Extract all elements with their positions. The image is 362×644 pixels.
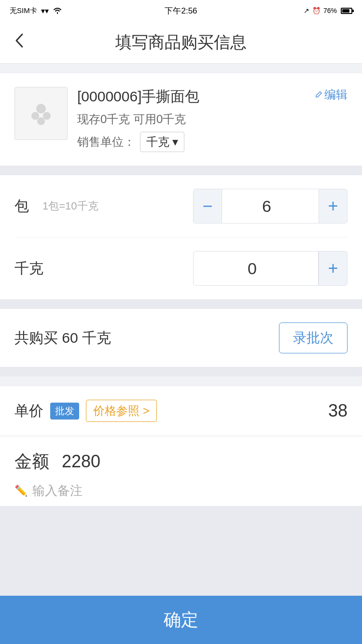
svg-point-0 (36, 104, 46, 113)
total-row: 共购买 60 千克 录批次 (0, 309, 362, 367)
kg-controls: + (193, 251, 348, 286)
package-minus-button[interactable]: − (193, 189, 222, 224)
package-input[interactable] (222, 189, 319, 224)
kg-label: 千克 (14, 259, 43, 279)
package-plus-button[interactable]: + (319, 189, 348, 224)
separator-3 (0, 367, 362, 377)
package-controls: − + (193, 189, 348, 224)
status-bar: 无SIM卡 ▾▾ 下午2:56 ↗ ⏰ 76% (0, 0, 362, 21)
wifi-signal-icon (53, 7, 62, 14)
product-info: [0000006]手撕面包 现存0千克 可用0千克 销售单位： 千克 ▾ (77, 87, 348, 152)
kg-input[interactable] (193, 251, 319, 286)
amount-label: 金额 (14, 451, 49, 471)
amount-row: 金额 2280 (14, 450, 348, 474)
product-card: [0000006]手撕面包 现存0千克 可用0千克 销售单位： 千克 ▾ 编辑 (0, 73, 362, 166)
kg-input-row: 千克 + (14, 238, 348, 299)
chevron-down-icon: ▾ (172, 135, 178, 149)
amount-value: 2280 (62, 451, 100, 471)
amount-section: 金额 2280 ✏️ 输入备注 (0, 436, 362, 506)
product-stock: 现存0千克 可用0千克 (77, 112, 348, 127)
battery-percent: 76% (323, 7, 337, 14)
package-label: 包 (14, 196, 29, 216)
page-title: 填写商品购买信息 (115, 31, 247, 54)
location-icon: ↗ (304, 7, 309, 14)
price-value: 38 (328, 401, 348, 421)
package-sublabel: 1包=10千克 (42, 199, 98, 213)
alarm-icon: ⏰ (312, 7, 320, 14)
remark-placeholder: 输入备注 (32, 482, 83, 499)
separator-2 (0, 299, 362, 309)
pencil-icon: ✏️ (14, 485, 28, 497)
status-time: 下午2:56 (165, 5, 197, 16)
carrier-text: 无SIM卡 (10, 6, 37, 15)
separator-1 (0, 166, 362, 175)
record-batch-button[interactable]: 录批次 (279, 322, 348, 353)
package-input-row: 包 1包=10千克 − + (14, 175, 348, 238)
remark-row[interactable]: ✏️ 输入备注 (14, 482, 348, 499)
bottom-spacer (0, 506, 362, 602)
status-right: ↗ ⏰ 76% (304, 7, 352, 14)
price-row: 单价 批发 价格参照 > 38 (14, 400, 348, 422)
unit-label: 销售单位： (77, 134, 135, 150)
input-section: 包 1包=10千克 − + 千克 + (0, 175, 362, 299)
edit-button[interactable]: 编辑 (315, 87, 348, 102)
price-label: 单价 (14, 401, 43, 421)
price-badge: 批发 (50, 403, 79, 420)
back-button[interactable] (10, 28, 29, 57)
price-ref-button[interactable]: 价格参照 > (86, 400, 157, 422)
confirm-button[interactable]: 确定 (0, 596, 362, 644)
battery-icon (341, 8, 352, 14)
svg-point-2 (43, 112, 51, 120)
product-unit: 销售单位： 千克 ▾ (77, 132, 348, 152)
product-image (14, 87, 68, 140)
kg-plus-button[interactable]: + (319, 251, 348, 286)
product-name: [0000006]手撕面包 (77, 87, 348, 107)
nav-bar: 填写商品购买信息 (0, 21, 362, 64)
svg-point-3 (37, 117, 45, 125)
status-left: 无SIM卡 ▾▾ (10, 6, 62, 15)
price-section: 单价 批发 价格参照 > 38 (0, 386, 362, 435)
wifi-icon: ▾▾ (41, 6, 49, 15)
svg-point-1 (31, 112, 39, 120)
unit-select[interactable]: 千克 ▾ (140, 132, 184, 152)
total-text: 共购买 60 千克 (14, 328, 111, 348)
